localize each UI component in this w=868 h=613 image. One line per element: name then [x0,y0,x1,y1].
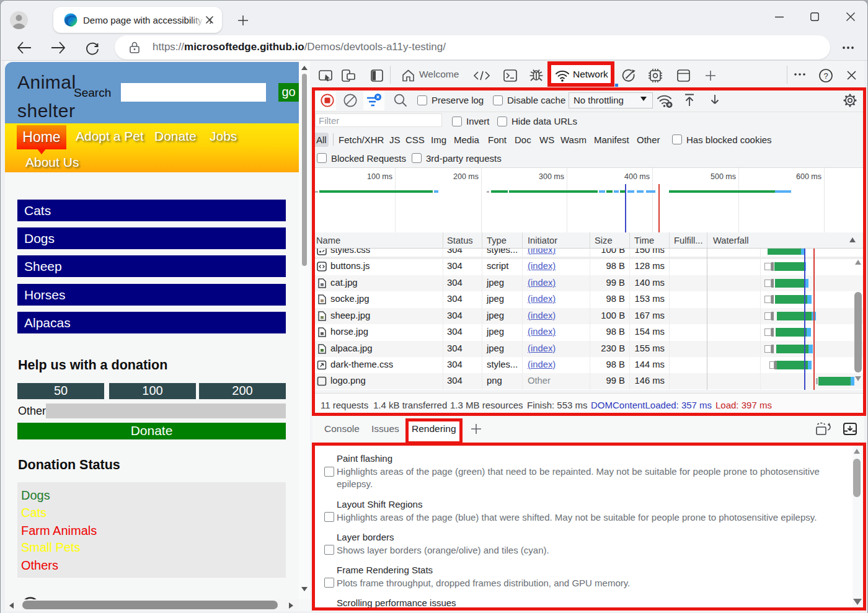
svg-text:?: ? [823,71,828,81]
